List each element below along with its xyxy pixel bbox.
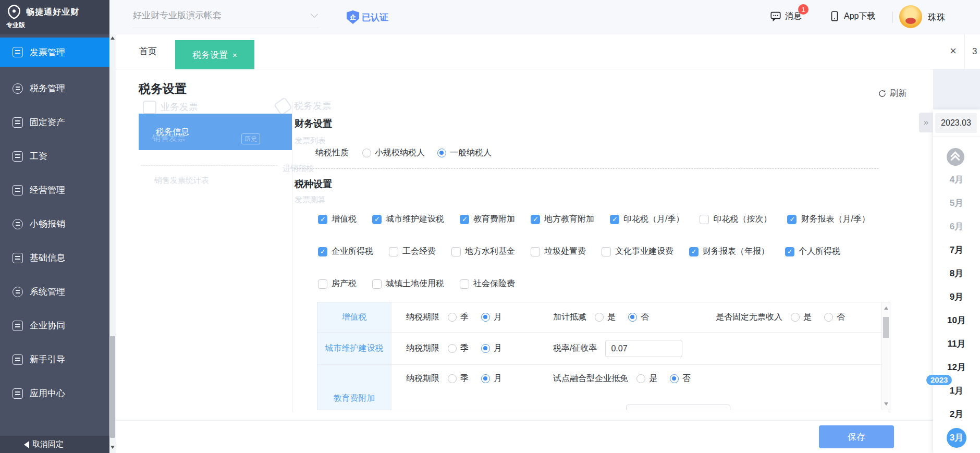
ghost-tax-invoice: 税务发票	[276, 100, 332, 113]
radio-icon[interactable]	[437, 149, 446, 157]
checkbox-financial-report-monthly[interactable]: 财务报表（月/季）	[787, 214, 869, 225]
checkbox-icon[interactable]	[460, 215, 469, 224]
checkbox-local-water-fund[interactable]: 地方水利基金	[451, 246, 515, 257]
month-item-jun[interactable]: 6月	[933, 215, 980, 238]
sidebar-item-label: 新手引导	[30, 353, 65, 365]
user-name[interactable]: 珠珠	[928, 11, 946, 23]
clipped-input-field[interactable]	[626, 405, 730, 410]
avatar[interactable]	[899, 5, 922, 28]
checkbox-icon[interactable]	[372, 279, 382, 289]
checkbox-icon[interactable]	[318, 247, 327, 256]
checkbox-icon[interactable]	[318, 279, 327, 289]
month-item-mar-selected[interactable]: 3月	[933, 426, 980, 449]
radio-general-taxpayer[interactable]: 一般纳税人	[437, 148, 492, 158]
checkbox-stamp-tax-per-occurrence[interactable]: 印花税（按次）	[700, 214, 771, 225]
sidebar-item-basic-info[interactable]: 基础信息	[0, 241, 109, 275]
app-download-button[interactable]: App下载	[829, 10, 875, 22]
checkbox-icon[interactable]	[389, 247, 398, 256]
tab-home[interactable]: 首页	[139, 34, 157, 69]
table-scrollbar[interactable]	[881, 302, 890, 410]
sidebar-item-reimbursement[interactable]: 小畅报销	[0, 207, 109, 241]
month-item-aug[interactable]: 8月	[933, 262, 980, 285]
scrollbar-thumb[interactable]	[110, 336, 115, 438]
checkbox-icon[interactable]	[318, 215, 327, 224]
checkbox-culture-construction-fee[interactable]: 文化事业建设费	[602, 246, 673, 257]
account-selector[interactable]: 好业财专业版演示帐套	[133, 9, 319, 28]
current-period[interactable]: 2023.03	[935, 113, 977, 133]
month-item-jul[interactable]: 7月	[933, 238, 980, 262]
checkbox-icon[interactable]	[689, 247, 699, 256]
month-item-oct[interactable]: 10月	[933, 309, 980, 332]
checkbox-garbage-disposal-fee[interactable]: 垃圾处置费	[531, 246, 586, 257]
refresh-button[interactable]: 刷新	[878, 88, 906, 99]
sidebar-item-enterprise-collab[interactable]: 企业协同	[0, 309, 109, 342]
checkbox-education-surcharge[interactable]: 教育费附加	[460, 214, 515, 225]
sidebar-item-app-center[interactable]: 应用中心	[0, 376, 109, 410]
sidebar-scrollbar[interactable]	[109, 34, 116, 453]
scroll-to-top-button[interactable]	[947, 148, 964, 166]
sidebar-item-tax-management[interactable]: 税务管理	[0, 71, 109, 105]
checkbox-icon[interactable]	[785, 247, 794, 256]
sidebar-item-invoice-management[interactable]: 发票管理	[0, 38, 109, 67]
unpin-sidebar-button[interactable]: 取消固定	[0, 436, 109, 453]
tax-type-row-1: 增值税 城市维护建设税 教育费附加 地方教育附加 印花税（月/季） 印花税（按次…	[318, 214, 870, 225]
rail-collapse-button[interactable]	[919, 113, 933, 132]
month-item-nov[interactable]: 11月	[933, 332, 980, 356]
checkbox-vat[interactable]: 增值税	[318, 214, 357, 225]
checkbox-union-funds[interactable]: 工会经费	[389, 246, 436, 257]
scroll-down-icon[interactable]	[884, 402, 888, 406]
radio-period-quarter[interactable]: 季	[448, 312, 469, 323]
scroll-down-icon[interactable]	[111, 446, 115, 449]
radio-period-month[interactable]: 月	[481, 312, 502, 323]
month-item-may[interactable]: 5月	[933, 191, 980, 215]
sidebar-item-payroll[interactable]: 工资	[0, 139, 109, 173]
checkbox-stamp-tax-monthly[interactable]: 印花税（月/季）	[610, 214, 684, 225]
month-item-sep[interactable]: 9月	[933, 285, 980, 309]
sidebar-item-newbie-guide[interactable]: 新手引导	[0, 342, 109, 376]
sidebar-item-system-management[interactable]: 系统管理	[0, 275, 109, 309]
tax-rate-input[interactable]	[605, 340, 682, 357]
close-panel-icon[interactable]: ×	[950, 34, 957, 69]
radio-small-scale-taxpayer[interactable]: 小规模纳税人	[362, 148, 425, 158]
checkbox-personal-income-tax[interactable]: 个人所得税	[785, 246, 840, 257]
radio-period-quarter[interactable]: 季	[448, 373, 469, 384]
radio-fixed-income-yes[interactable]: 是	[791, 312, 812, 323]
radio-period-month[interactable]: 月	[481, 373, 502, 384]
scrollbar-thumb[interactable]	[883, 317, 889, 338]
checkbox-financial-report-annual[interactable]: 财务报表（年报）	[689, 246, 769, 257]
tab-tax-settings[interactable]: 税务设置 ×	[175, 40, 254, 69]
checkbox-social-insurance-fee[interactable]: 社会保险费	[460, 278, 515, 289]
checkbox-urban-land-use-tax[interactable]: 城镇土地使用税	[372, 278, 444, 289]
checkbox-icon[interactable]	[531, 215, 540, 224]
sidebar-item-operations[interactable]: 经营管理	[0, 173, 109, 207]
messages-button[interactable]: 消息 1	[770, 10, 802, 22]
checkbox-icon[interactable]	[531, 247, 540, 256]
radio-fixed-income-no[interactable]: 否	[824, 312, 845, 323]
sidebar-item-fixed-assets[interactable]: 固定资产	[0, 105, 109, 139]
checkbox-urban-maintenance-tax[interactable]: 城市维护建设税	[372, 214, 444, 225]
scroll-up-icon[interactable]	[884, 307, 888, 310]
radio-pilot-offset-no[interactable]: 否	[670, 373, 691, 384]
checkbox-icon[interactable]	[787, 215, 797, 224]
checkbox-icon[interactable]	[610, 215, 619, 224]
tab-close-icon[interactable]: ×	[232, 51, 237, 59]
month-item-feb[interactable]: 2月	[933, 402, 980, 426]
subnav-item-tax-info[interactable]: 税务信息	[139, 114, 292, 150]
checkbox-icon[interactable]	[451, 247, 461, 256]
month-item-apr[interactable]: 4月	[933, 168, 980, 191]
radio-period-quarter[interactable]: 季	[448, 343, 469, 354]
checkbox-icon[interactable]	[700, 215, 709, 224]
checkbox-icon[interactable]	[372, 215, 382, 224]
checkbox-corporate-income-tax[interactable]: 企业所得税	[318, 246, 373, 257]
radio-extra-deduction-no[interactable]: 否	[628, 312, 649, 323]
checkbox-property-tax[interactable]: 房产税	[318, 278, 357, 289]
save-button[interactable]: 保存	[819, 425, 894, 448]
checkbox-icon[interactable]	[460, 279, 469, 289]
radio-icon[interactable]	[362, 149, 371, 157]
scroll-up-icon[interactable]	[111, 36, 115, 40]
radio-extra-deduction-yes[interactable]: 是	[595, 312, 616, 323]
checkbox-local-education-surcharge[interactable]: 地方教育附加	[531, 214, 594, 225]
radio-period-month[interactable]: 月	[481, 343, 502, 354]
radio-pilot-offset-yes[interactable]: 是	[636, 373, 657, 384]
checkbox-icon[interactable]	[602, 247, 611, 256]
